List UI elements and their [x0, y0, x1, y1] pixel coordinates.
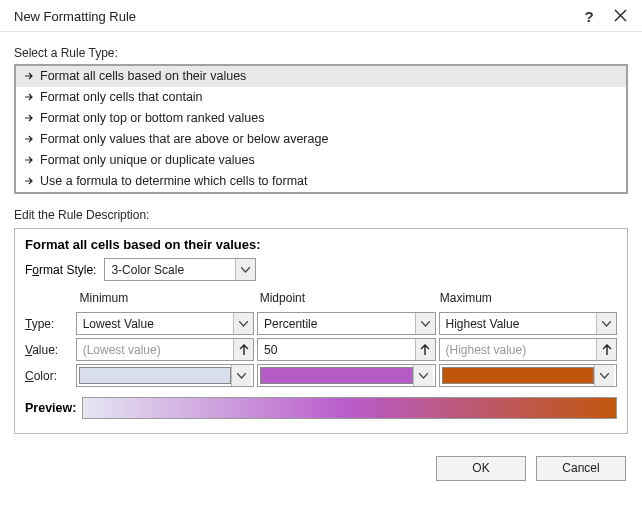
arrow-right-icon	[24, 155, 34, 165]
minimum-color-dropdown[interactable]	[76, 364, 255, 387]
chevron-down-icon	[596, 313, 616, 334]
arrow-right-icon	[24, 113, 34, 123]
ref-picker-icon[interactable]	[233, 339, 253, 360]
rule-type-item-label: Format only top or bottom ranked values	[40, 111, 264, 125]
maximum-col-title: Maximum	[440, 291, 617, 305]
rule-type-item-label: Format all cells based on their values	[40, 69, 246, 83]
ref-picker-icon[interactable]	[415, 339, 435, 360]
chevron-down-icon	[235, 259, 255, 280]
dialog-body: Select a Rule Type: Format all cells bas…	[0, 32, 642, 446]
rule-type-list[interactable]: Format all cells based on their valuesFo…	[14, 64, 628, 194]
type-label: Type:	[25, 317, 76, 331]
maximum-type-dropdown[interactable]: Highest Value	[439, 312, 618, 335]
minimum-type-dropdown[interactable]: Lowest Value	[76, 312, 255, 335]
arrow-right-icon	[24, 92, 34, 102]
close-button[interactable]	[608, 9, 632, 25]
midpoint-color-dropdown[interactable]	[257, 364, 436, 387]
rule-type-item-label: Use a formula to determine which cells t…	[40, 174, 307, 188]
arrow-right-icon	[24, 134, 34, 144]
rule-description-section: Edit the Rule Description: Format all ce…	[14, 208, 628, 434]
maximum-value-input[interactable]: (Highest value)	[439, 338, 618, 361]
preview-row: Preview:	[25, 397, 617, 419]
rule-type-section-label: Select a Rule Type:	[14, 46, 628, 60]
type-row: Type: Lowest Value Percentile Highest Va…	[25, 312, 617, 335]
rule-type-item-label: Format only values that are above or bel…	[40, 132, 328, 146]
format-style-dropdown[interactable]: 3-Color Scale	[104, 258, 256, 281]
rule-description-box: Format all cells based on their values: …	[14, 228, 628, 434]
preview-gradient	[82, 397, 617, 419]
close-icon	[614, 9, 627, 22]
edit-rule-description-label: Edit the Rule Description:	[14, 208, 628, 222]
ok-button[interactable]: OK	[436, 456, 526, 481]
midpoint-col-title: Midpoint	[260, 291, 437, 305]
arrow-right-icon	[24, 176, 34, 186]
midpoint-value-input[interactable]: 50	[257, 338, 436, 361]
rule-type-item[interactable]: Format only cells that contain	[16, 87, 626, 108]
rule-type-item[interactable]: Format all cells based on their values	[16, 66, 626, 87]
preview-label: Preview:	[25, 401, 76, 415]
chevron-down-icon	[594, 365, 614, 386]
midpoint-type-dropdown[interactable]: Percentile	[257, 312, 436, 335]
cancel-button[interactable]: Cancel	[536, 456, 626, 481]
minimum-col-title: Minimum	[80, 291, 257, 305]
rule-type-item[interactable]: Format only top or bottom ranked values	[16, 108, 626, 129]
format-style-value: 3-Color Scale	[111, 263, 235, 277]
value-row: Value: (Lowest value) 50 (Highest value)	[25, 338, 617, 361]
rule-type-item[interactable]: Format only unique or duplicate values	[16, 150, 626, 171]
rule-type-item[interactable]: Format only values that are above or bel…	[16, 129, 626, 150]
minimum-value-input[interactable]: (Lowest value)	[76, 338, 255, 361]
value-label: Value:	[25, 343, 76, 357]
chevron-down-icon	[231, 365, 251, 386]
minimum-color-swatch	[79, 367, 232, 384]
dialog-footer: OK Cancel	[0, 446, 642, 493]
chevron-down-icon	[415, 313, 435, 334]
chevron-down-icon	[233, 313, 253, 334]
format-style-label: Format Style:	[25, 263, 96, 277]
maximum-color-swatch	[442, 367, 595, 384]
maximum-color-dropdown[interactable]	[439, 364, 618, 387]
arrow-right-icon	[24, 71, 34, 81]
rule-type-item[interactable]: Use a formula to determine which cells t…	[16, 171, 626, 192]
midpoint-color-swatch	[260, 367, 413, 384]
columns-header: Minimum Midpoint Maximum	[25, 291, 617, 309]
color-label: Color:	[25, 369, 76, 383]
format-style-row: Format Style: 3-Color Scale	[25, 258, 617, 281]
dialog-title: New Formatting Rule	[14, 9, 570, 24]
rule-type-item-label: Format only unique or duplicate values	[40, 153, 255, 167]
color-row: Color:	[25, 364, 617, 387]
ref-picker-icon[interactable]	[596, 339, 616, 360]
dialog-titlebar: New Formatting Rule ?	[0, 0, 642, 32]
rule-type-item-label: Format only cells that contain	[40, 90, 203, 104]
rule-description-heading: Format all cells based on their values:	[25, 237, 617, 252]
chevron-down-icon	[413, 365, 433, 386]
help-button[interactable]: ?	[570, 8, 608, 25]
